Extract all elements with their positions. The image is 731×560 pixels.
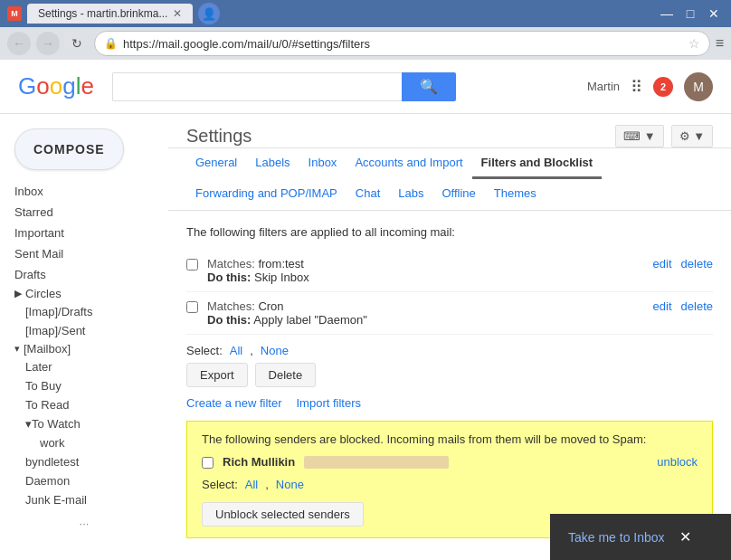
imap-sent-label: [Imap]/Sent — [25, 324, 85, 337]
close-button[interactable]: ✕ — [704, 4, 724, 24]
towatch-label: To Watch — [32, 417, 81, 431]
blocked-select-all-link[interactable]: All — [245, 478, 258, 491]
select-row: Select: All , None — [186, 344, 713, 357]
filter-2-delete-link[interactable]: delete — [681, 299, 713, 313]
tab-filters[interactable]: Filters and Blocklist — [472, 148, 603, 179]
back-button[interactable]: ← — [7, 32, 31, 55]
blocked-user-1-checkbox[interactable] — [202, 457, 214, 469]
user-name: Martin — [587, 80, 620, 93]
tab-chat[interactable]: Chat — [347, 179, 389, 210]
google-logo: Google — [18, 72, 94, 100]
browser-tab[interactable]: Settings - martin.brinkma... ✕ — [27, 4, 193, 24]
apps-grid-icon[interactable]: ⠿ — [631, 77, 642, 97]
sidebar-item-inbox[interactable]: Inbox — [0, 181, 168, 202]
tab-offline[interactable]: Offline — [432, 179, 484, 210]
sidebar-item-junk[interactable]: Junk E-mail — [0, 490, 168, 509]
unblock-selected-button[interactable]: Unblock selected senders — [202, 502, 364, 527]
sidebar-item-tobuy[interactable]: To Buy — [0, 376, 168, 395]
gmail-favicon: M — [7, 6, 22, 21]
sidebar-item-important[interactable]: Important — [0, 223, 168, 243]
browser-chrome: ← → ↻ 🔒 https://mail.google.com/mail/u/0… — [0, 27, 731, 60]
create-filter-link[interactable]: Create a new filter — [186, 396, 282, 410]
minimize-button[interactable]: — — [657, 4, 677, 24]
avatar[interactable]: M — [684, 72, 713, 101]
filter-1-edit-link[interactable]: edit — [653, 257, 672, 271]
tab-labels[interactable]: Labels — [246, 148, 299, 179]
profile-title-icon[interactable]: 👤 — [198, 3, 220, 24]
compose-button[interactable]: COMPOSE — [14, 128, 124, 170]
tab-title: Settings - martin.brinkma... — [38, 7, 167, 20]
settings-gear-button[interactable]: ⚙ ▼ — [671, 125, 713, 147]
daemon-label: Daemon — [25, 474, 70, 488]
tab-forwarding[interactable]: Forwarding and POP/IMAP — [186, 179, 347, 210]
unblock-link-1[interactable]: unblock — [657, 455, 698, 469]
sidebar-item-circles[interactable]: ▶ Circles — [0, 285, 168, 302]
settings-content-area: Settings ⌨ ▼ ⚙ ▼ General Labels Inbox Ac… — [168, 114, 731, 560]
sidebar: COMPOSE Inbox Starred Important Sent Mai… — [0, 114, 168, 560]
forward-button[interactable]: → — [36, 32, 60, 55]
filter-2-action-value: Apply label "Daemon" — [253, 313, 367, 327]
filter-1-links: edit delete — [653, 257, 713, 271]
notification-badge[interactable]: 2 — [653, 77, 673, 97]
sidebar-item-work[interactable]: work — [0, 433, 168, 452]
browser-menu-icon[interactable]: ≡ — [716, 35, 724, 52]
sidebar-item-mailbox[interactable]: ▾ [Mailbox] — [0, 340, 168, 357]
sidebar-item-imap-sent[interactable]: [Imap]/Sent — [0, 321, 168, 340]
bookmark-icon[interactable]: ☆ — [688, 36, 700, 51]
filter-2-checkbox[interactable] — [186, 301, 198, 313]
export-button[interactable]: Export — [186, 363, 248, 387]
sidebar-more[interactable]: ··· — [0, 509, 168, 537]
toread-label: To Read — [25, 398, 69, 412]
blocked-select-none-link[interactable]: None — [276, 478, 304, 491]
filter-row-2: Matches: Cron Do this: Apply label "Daem… — [186, 292, 713, 335]
filter-2-match: Matches: Cron — [207, 299, 644, 313]
select-comma: , — [250, 344, 253, 357]
lock-icon: 🔒 — [104, 37, 118, 50]
sidebar-item-sent[interactable]: Sent Mail — [0, 243, 168, 264]
search-button[interactable]: 🔍 — [402, 72, 456, 101]
tab-themes[interactable]: Themes — [485, 179, 546, 210]
select-none-link[interactable]: None — [261, 344, 289, 357]
tab-close-button[interactable]: ✕ — [173, 7, 182, 20]
filter-2-edit-link[interactable]: edit — [653, 299, 672, 313]
drafts-label: Drafts — [14, 268, 46, 281]
tab-labs[interactable]: Labs — [389, 179, 432, 210]
mailbox-expand-icon: ▾ — [14, 343, 20, 355]
sidebar-item-daemon[interactable]: Daemon — [0, 471, 168, 490]
blocked-user-1-name: Rich Mullikin — [223, 455, 295, 469]
search-input[interactable] — [112, 72, 402, 101]
filter-2-action: Do this: Apply label "Daemon" — [207, 313, 644, 327]
blocked-select-row: Select: All , None — [202, 478, 698, 491]
toast-inbox-link[interactable]: Take me to Inbox — [568, 530, 665, 545]
sidebar-item-later[interactable]: Later — [0, 357, 168, 376]
tab-inbox[interactable]: Inbox — [299, 148, 347, 179]
main-layout: COMPOSE Inbox Starred Important Sent Mai… — [0, 114, 731, 560]
sidebar-item-starred[interactable]: Starred — [0, 202, 168, 223]
delete-button[interactable]: Delete — [255, 363, 317, 387]
filter-1-delete-link[interactable]: delete — [681, 257, 713, 271]
settings-title: Settings — [186, 126, 252, 147]
sidebar-item-imap-drafts[interactable]: [Imap]/Drafts — [0, 302, 168, 321]
filter-1-checkbox[interactable] — [186, 259, 198, 271]
tab-general[interactable]: General — [186, 148, 246, 179]
sidebar-item-byndletest[interactable]: byndletest — [0, 452, 168, 471]
sent-label: Sent Mail — [14, 247, 63, 261]
toast-close-button[interactable]: ✕ — [679, 528, 691, 546]
work-label: work — [40, 436, 64, 450]
sidebar-item-toread[interactable]: To Read — [0, 395, 168, 414]
settings-main-content: The following filters are applied to all… — [168, 211, 731, 553]
import-filters-link[interactable]: Import filters — [297, 396, 362, 410]
filter-2-content: Matches: Cron Do this: Apply label "Daem… — [207, 299, 644, 327]
refresh-button[interactable]: ↻ — [65, 32, 89, 55]
tab-accounts[interactable]: Accounts and Import — [346, 148, 471, 179]
filter-row-1: Matches: from:test Do this: Skip Inbox e… — [186, 250, 713, 292]
filter-2-links: edit delete — [653, 299, 713, 313]
sidebar-item-drafts[interactable]: Drafts — [0, 264, 168, 285]
sidebar-item-towatch[interactable]: ▾ To Watch — [0, 414, 168, 433]
keyboard-shortcut-button[interactable]: ⌨ ▼ — [615, 125, 663, 147]
address-bar[interactable]: 🔒 https://mail.google.com/mail/u/0/#sett… — [94, 31, 710, 56]
avatar-letter: M — [693, 80, 704, 94]
app-header: Google 🔍 Martin ⠿ 2 M — [0, 60, 731, 114]
select-all-link[interactable]: All — [230, 344, 242, 357]
maximize-button[interactable]: □ — [680, 4, 700, 24]
